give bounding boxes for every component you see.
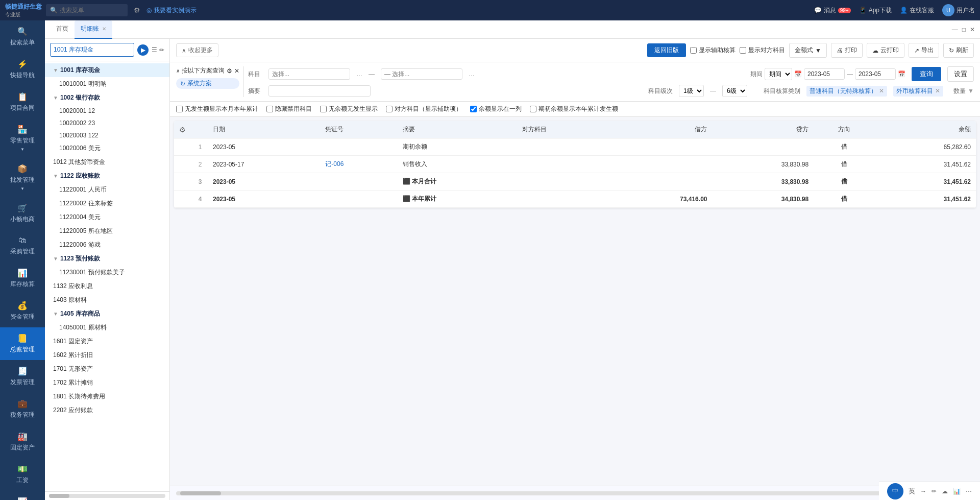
export-btn[interactable]: ↗ 导出 [909,43,939,58]
tab-detail[interactable]: 明细账 ✕ [75,20,112,39]
show-aux-check[interactable]: 显示辅助核算 [690,46,736,55]
lang-switch-btn[interactable]: 英 [909,487,915,496]
sidebar-item-salary[interactable]: 💵 工资 [0,458,45,491]
tree-item-1403[interactable]: 1403 原材料 [45,293,169,307]
settings-icon[interactable]: ⚙ [132,5,142,15]
tree-item-1701[interactable]: 1701 无形资产 [45,362,169,376]
sidebar-item-assets[interactable]: 🏭 固定资产 [0,425,45,458]
tree-item-1702[interactable]: 1702 累计摊销 [45,376,169,390]
tree-item-10010001[interactable]: 10010001 明明呐 [45,77,169,91]
sidebar-item-operations[interactable]: 📈 经营管理 [0,491,45,500]
no-occurrence-check[interactable]: 无发生额显示本月本年累计 [176,105,258,113]
more-icon[interactable]: ⋯ [966,488,972,495]
sidebar-item-purchase[interactable]: 🛍 采购管理 [0,230,45,262]
hide-disabled-check[interactable]: 隐藏禁用科目 [266,105,312,113]
sidebar-item-search[interactable]: 🔍 搜索菜单 [0,20,45,53]
tree-item-1122[interactable]: ▼ 1122 应收账款 [45,169,169,183]
table-settings-header[interactable]: ⚙ [174,121,192,138]
tree-item-2202[interactable]: 2202 应付账款 [45,403,169,417]
return-old-btn[interactable]: 返回旧版 [647,43,686,57]
settings-icon[interactable]: ⚙ [227,67,232,75]
tree-item-1601[interactable]: 1601 固定资产 [45,335,169,348]
tag-remove-icon[interactable]: ✕ [879,87,884,94]
col-direction[interactable]: 方向 [814,121,874,138]
tree-item-1602[interactable]: 1602 累计折旧 [45,348,169,362]
account-selector[interactable]: 1001 库存现金 [50,43,134,57]
account-type-tag-1[interactable]: 普通科目（无特殊核算） ✕ [806,86,887,97]
minimize-icon[interactable]: — [952,26,958,33]
tree-item-14050001[interactable]: 14050001 原材料 [45,321,169,335]
print-btn[interactable]: 🖨 打印 [831,43,863,58]
scheme-tag[interactable]: ↻ 系统方案 [176,78,239,89]
sidebar-item-ecommerce[interactable]: 🛒 小畅电商 [0,197,45,230]
account-input-start[interactable] [268,68,350,80]
top-search-box[interactable]: 🔍 [46,4,128,16]
tree-item-1012[interactable]: 1012 其他货币资金 [45,155,169,169]
sidebar-item-finance[interactable]: 💰 资金管理 [0,295,45,327]
user-info[interactable]: U 用户名 [942,4,975,16]
sidebar-item-inventory[interactable]: 📊 库存核算 [0,262,45,295]
sidebar-item-tax[interactable]: 💼 税务管理 [0,393,45,425]
tab-home[interactable]: 首页 [50,20,75,39]
voucher-link[interactable]: 记-006 [325,160,344,168]
tree-item-1002[interactable]: ▼ 1002 银行存款 [45,91,169,105]
scrollbar-thumb[interactable] [49,494,69,498]
level-end-select[interactable]: 6级 [722,85,747,97]
tree-item-1132[interactable]: 1132 应收利息 [45,279,169,293]
col-summary[interactable]: 摘要 [398,121,517,138]
top-search-input[interactable] [60,7,124,14]
message-btn[interactable]: 💬 消息 99+ [814,6,851,15]
tree-item-10020002[interactable]: 10020002 23 [45,117,169,129]
tree-item-11220002[interactable]: 11220002 往来标签 [45,197,169,210]
tree-item-1001[interactable]: ▼ 1001 库存现金 [45,63,169,77]
sidebar-item-wholesale[interactable]: 📦 批发管理 ▼ [0,158,45,197]
online-service-btn[interactable]: 👤 在线客服 [900,6,934,15]
sidebar-item-invoice[interactable]: 🧾 发票管理 [0,360,45,393]
tree-item-11220004[interactable]: 11220004 美元 [45,210,169,224]
input-method-btn[interactable]: 中 [887,483,903,499]
col-credit[interactable]: 贷方 [712,121,814,138]
account-nav-arrow[interactable]: ▶ [137,44,149,56]
sidebar-item-project[interactable]: 📋 项目合同 [0,86,45,118]
tree-item-11220001[interactable]: 11220001 人民币 [45,183,169,197]
edit-icon[interactable]: ✏ [932,488,937,495]
opening-balance-check[interactable]: 期初余额显示本年累计发生额 [530,105,618,113]
tree-item-10020001[interactable]: 10020001 12 [45,105,169,117]
opposite-account-check[interactable]: 对方科目（显示辅助项） [386,105,462,113]
maximize-icon[interactable]: □ [962,26,966,33]
tree-item-1123[interactable]: ▼ 1123 预付账款 [45,252,169,266]
table-gear-icon[interactable]: ⚙ [179,126,186,134]
filter-settings-btn[interactable]: 设置 [947,66,974,82]
period-type-select[interactable]: 期间 [765,68,792,80]
level-start-select[interactable]: 1级 [679,85,704,97]
format-btn[interactable]: 金额式 ▼ [789,43,827,58]
close-icon[interactable]: ✕ [970,26,975,33]
col-opposite-account[interactable]: 对方科目 [517,121,611,138]
horizontal-scrollbar[interactable] [176,491,974,495]
tree-item-11220006[interactable]: 11220006 游戏 [45,238,169,252]
period-end-input[interactable] [855,68,896,80]
tree-item-10020003[interactable]: 10020003 122 [45,129,169,141]
list-icon[interactable]: ☰ [152,46,157,54]
more-icon-2[interactable]: … [469,70,475,78]
sidebar-item-retail[interactable]: 🏪 零售管理 ▼ [0,118,45,158]
period-start-input[interactable] [804,68,845,80]
account-input-end[interactable] [381,68,462,80]
expand-btn[interactable]: ∧ 收起更多 [176,43,218,57]
tree-item-11220005[interactable]: 11220005 所在地区 [45,224,169,238]
scrollbar-thumb[interactable] [180,491,221,495]
tree-item-11230001[interactable]: 11230001 预付账款美子 [45,266,169,279]
edit-icon[interactable]: ✏ [159,46,164,54]
cloud-print-btn[interactable]: ☁ 云打印 [867,43,904,58]
close-icon[interactable]: ✕ [234,67,239,75]
tree-item-1405[interactable]: ▼ 1405 库存商品 [45,307,169,321]
col-date[interactable]: 日期 [208,121,320,138]
arrow-icon[interactable]: → [920,488,926,495]
tab-close-icon[interactable]: ✕ [102,26,106,32]
calendar-icon-2[interactable]: 📅 [898,70,905,78]
query-btn[interactable]: 查询 [912,67,941,81]
col-voucher[interactable]: 凭证号 [320,121,398,138]
refresh-btn[interactable]: ↻ 刷新 [943,43,974,58]
col-debit[interactable]: 借方 [611,121,713,138]
show-opposite-check[interactable]: 显示对方科目 [740,46,785,55]
